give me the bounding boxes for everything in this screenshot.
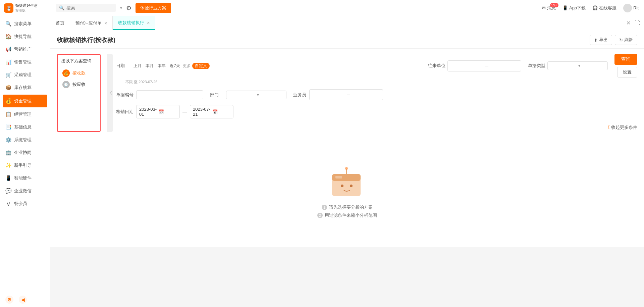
- tab-home[interactable]: 首页: [50, 16, 70, 30]
- counterparty-group: 往来单位 ···: [428, 60, 521, 71]
- shortcut-more[interactable]: 更多: [183, 63, 191, 69]
- close-window-icon[interactable]: ✕: [626, 20, 631, 26]
- export-button[interactable]: ⬆ 导出: [590, 35, 612, 45]
- sidebar-item-quicknav[interactable]: 🏠 快捷导航: [0, 30, 50, 43]
- sidebar-logo: 🐰 畅捷通好生意 标准版: [0, 0, 50, 16]
- sidebar-item-search[interactable]: 🔍 搜索菜单: [0, 17, 50, 30]
- sidebar-item-funds[interactable]: 💰 资金管理: [3, 95, 47, 107]
- close-icon[interactable]: ×: [104, 21, 107, 25]
- service-btn[interactable]: 🎧 在线客服: [592, 5, 616, 11]
- sidebar-item-wechat[interactable]: 💬 企业微信: [0, 185, 50, 197]
- sidebar-item-basicinfo[interactable]: 📑 基础信息: [0, 121, 50, 134]
- query-button[interactable]: 查询: [614, 54, 637, 65]
- counterparty-label: 往来单位: [428, 63, 445, 69]
- tab-bar-right: ✕ ⛶: [626, 16, 644, 30]
- top-header: 🔍 ▾ ⚙ 体验行业方案 ✉ 消息 99+ 📱 App下载 🎧 在线客服 Rit: [50, 0, 644, 16]
- collapse-more-btn[interactable]: 《 收起更多条件: [605, 123, 637, 132]
- message-btn[interactable]: ✉ 消息 99+: [542, 5, 556, 11]
- chevron-down-icon: ▾: [257, 93, 283, 97]
- gear-icon[interactable]: ⚙: [126, 4, 131, 12]
- tab-bar: 首页 预付冲应付单 × 收款核销执行 × ✕ ⛶: [50, 16, 644, 30]
- sidebar-item-operations[interactable]: 📋 经营管理: [0, 108, 50, 121]
- step-2-badge: 2: [317, 213, 323, 218]
- dept-select[interactable]: ▾: [226, 91, 286, 99]
- sidebar-item-enterprise[interactable]: 🏢 企业协同: [0, 146, 50, 159]
- settings-icon[interactable]: ⚙: [5, 296, 13, 304]
- docno-label: 单据编号: [116, 92, 133, 98]
- sidebar-nav: 🔍 搜索菜单 🏠 快捷导航 📢 营销推广 📊 销售管理 🛒 采购管理 📦 库存核…: [0, 16, 50, 292]
- shortcut-this-year[interactable]: 本年: [156, 63, 167, 69]
- dropdown-icon[interactable]: ▾: [120, 6, 122, 10]
- empty-svg: [327, 164, 367, 198]
- dept-label: 部门: [210, 92, 223, 98]
- counterparty-select[interactable]: ···: [447, 60, 521, 71]
- filter-row-1: 日期 上月 本月 本年 近7天 更多 自定义 往来单位: [116, 54, 637, 78]
- sidebar-item-purchase[interactable]: 🛒 采购管理: [0, 68, 50, 81]
- close-icon[interactable]: ×: [147, 20, 150, 25]
- logo-text: 畅捷通好生意 标准版: [15, 3, 38, 12]
- user-menu[interactable]: Rit: [623, 4, 639, 12]
- staff-group: 业务员 ···: [293, 89, 383, 100]
- message-icon: ✉: [542, 5, 546, 10]
- sidebar-bottom: ⚙ ◀: [0, 292, 50, 307]
- more-dots-icon[interactable]: ···: [485, 62, 518, 69]
- tab-receivable[interactable]: 收款核销执行 ×: [113, 16, 155, 30]
- guide-icon: ✨: [5, 162, 11, 168]
- filter-section: 按以下方案查询 💰 按收款 🕐 按应收 《 日期: [50, 49, 644, 137]
- filter-option-receivable[interactable]: 🕐 按应收: [61, 79, 97, 90]
- collapse-icon[interactable]: ◀: [19, 296, 27, 304]
- date-shortcuts: 上月 本月 本年 近7天 更多 自定义: [132, 63, 210, 69]
- refresh-button[interactable]: ↻ 刷新: [615, 35, 637, 45]
- verify-date-end[interactable]: 2023-07-21 📅: [190, 105, 233, 118]
- date-not-limit-row: 不限 至 2023-07-26: [116, 80, 637, 85]
- search-icon: 🔍: [5, 21, 11, 27]
- sidebar-item-marketing[interactable]: 📢 营销推广: [0, 43, 50, 56]
- page-content: 收款核销执行(按收款) ⬆ 导出 ↻ 刷新 按以下方案查询 💰 按收款: [50, 30, 644, 307]
- industry-btn[interactable]: 体验行业方案: [136, 3, 171, 13]
- settings-button[interactable]: 设置: [617, 67, 637, 78]
- search-input[interactable]: [66, 5, 107, 10]
- collapse-sidebar-btn[interactable]: 《: [107, 54, 113, 132]
- hardware-icon: 📱: [5, 175, 11, 181]
- tab-prepay[interactable]: 预付冲应付单 ×: [70, 16, 113, 30]
- main-container: 🔍 ▾ ⚙ 体验行业方案 ✉ 消息 99+ 📱 App下载 🎧 在线客服 Rit: [50, 0, 644, 307]
- empty-line1: 1 请先选择要分析的方案: [322, 204, 373, 210]
- docno-input[interactable]: [136, 90, 203, 99]
- doctype-select[interactable]: ▾: [547, 61, 608, 70]
- filter-option-receipt[interactable]: 💰 按收款: [61, 67, 97, 79]
- calendar-icon: 📅: [159, 109, 177, 114]
- shortcut-last-month[interactable]: 上月: [132, 63, 143, 69]
- headset-icon: 🎧: [592, 5, 598, 10]
- verify-date-start[interactable]: 2023-03-01 📅: [136, 105, 180, 118]
- filter-row-3: 核销日期 2023-03-01 📅 — 2023-07-21 📅: [116, 105, 637, 118]
- shortcut-custom[interactable]: 自定义: [192, 63, 210, 69]
- sidebar-item-system[interactable]: ⚙️ 系统管理: [0, 134, 50, 146]
- sidebar-item-guide[interactable]: ✨ 新手引导: [0, 159, 50, 172]
- basicinfo-icon: 📑: [5, 124, 11, 130]
- search-icon: 🔍: [59, 5, 64, 10]
- sales-icon: 📊: [5, 59, 11, 65]
- svg-point-5: [345, 167, 348, 170]
- avatar: [623, 4, 632, 12]
- action-btns: 查询 设置: [614, 54, 637, 78]
- page-header: 收款核销执行(按收款) ⬆ 导出 ↻ 刷新: [50, 30, 644, 49]
- more-dots-icon[interactable]: ···: [347, 91, 379, 98]
- filter-panel-title: 按以下方案查询: [61, 58, 97, 64]
- shortcut-7days[interactable]: 近7天: [168, 63, 181, 69]
- doctype-group: 单据类型 ▾: [528, 61, 608, 70]
- verify-date-group: 核销日期 2023-03-01 📅 — 2023-07-21 📅: [116, 105, 233, 118]
- sidebar-item-hardware[interactable]: 📱 智能硬件: [0, 172, 50, 185]
- inventory-icon: 📦: [5, 85, 11, 91]
- filter-form: 日期 上月 本月 本年 近7天 更多 自定义 往来单位: [116, 54, 637, 132]
- sidebar-item-vip[interactable]: V 畅会员: [0, 197, 50, 210]
- receivable-icon: 🕐: [62, 81, 70, 88]
- export-icon: ⬆: [594, 38, 598, 43]
- header-right: ✉ 消息 99+ 📱 App下载 🎧 在线客服 Rit: [542, 4, 639, 12]
- shortcut-this-month[interactable]: 本月: [144, 63, 155, 69]
- expand-icon[interactable]: ⛶: [635, 20, 640, 26]
- header-search-box[interactable]: 🔍: [56, 4, 116, 12]
- app-download-btn[interactable]: 📱 App下载: [562, 5, 586, 11]
- sidebar-item-inventory[interactable]: 📦 库存核算: [0, 81, 50, 94]
- sidebar-item-sales[interactable]: 📊 销售管理: [0, 56, 50, 68]
- staff-select[interactable]: ···: [309, 89, 383, 100]
